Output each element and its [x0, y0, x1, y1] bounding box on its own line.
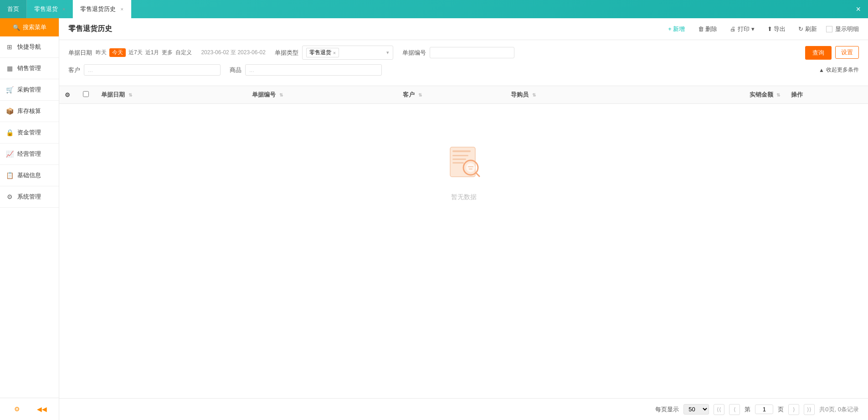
window-close-button[interactable]: ×: [856, 5, 861, 14]
doc-no-input[interactable]: [430, 47, 514, 58]
sidebar-settings-button[interactable]: ⚙: [10, 403, 23, 415]
system-mgmt-icon: ⚙: [5, 193, 14, 201]
sidebar-item-finance-label: 资金管理: [17, 128, 41, 137]
svg-rect-1: [452, 150, 471, 152]
content-area: 零售退货历史 + 新增 🗑 删除 🖨 打印 ▾ ⬆ 导出 ↻ 刷新: [59, 18, 868, 420]
display-detail-checkbox[interactable]: [826, 26, 832, 32]
filter-customer: 客户 ...: [68, 64, 221, 76]
basic-info-icon: 📋: [5, 171, 14, 179]
sidebar-item-sales-mgmt[interactable]: ▦ 销售管理: [0, 58, 59, 79]
date-shortcut-more[interactable]: 更多: [162, 49, 173, 56]
page-number-input[interactable]: [755, 405, 773, 414]
date-shortcut-1month[interactable]: 近1月: [145, 49, 159, 56]
export-button[interactable]: ⬆ 导出: [764, 23, 790, 35]
filter-row-1: 单据日期 昨天 今天 近7天 近1月 更多 自定义 2023-06-02 至 2…: [68, 46, 859, 60]
th-guide-label: 导购员: [511, 91, 529, 98]
delete-button[interactable]: 🗑 删除: [694, 23, 721, 35]
sidebar-item-basic-info[interactable]: 📋 基础信息: [0, 165, 59, 186]
finance-icon: 🔒: [5, 128, 14, 137]
delete-button-label: 🗑 删除: [698, 25, 718, 33]
tab-home[interactable]: 首页: [0, 0, 27, 18]
doc-no-label: 单据编号: [402, 49, 426, 57]
new-button[interactable]: + 新增: [664, 23, 688, 35]
th-customer-sort-icon[interactable]: ⇅: [418, 92, 422, 97]
th-doc-date: 单据日期 ⇅: [96, 86, 247, 104]
collapse-button[interactable]: ▲ 收起更多条件: [819, 66, 859, 74]
tab-retail-return-label: 零售退货: [34, 5, 58, 13]
tab-bar: 首页 零售退货 × 零售退货历史 ×: [0, 0, 848, 18]
th-actual-amount-sort-icon[interactable]: ⇅: [776, 92, 780, 97]
tab-retail-return[interactable]: 零售退货 ×: [27, 0, 73, 18]
doc-type-tag-close[interactable]: ×: [333, 50, 336, 56]
empty-state-text: 暂无数据: [451, 193, 477, 201]
sidebar-item-purchase-mgmt[interactable]: 🛒 采购管理: [0, 79, 59, 101]
sidebar-item-operations-label: 经营管理: [17, 150, 41, 158]
sidebar-item-system-mgmt[interactable]: ⚙ 系统管理: [0, 186, 59, 208]
sidebar-item-finance[interactable]: 🔒 资金管理: [0, 122, 59, 143]
svg-rect-4: [452, 162, 464, 164]
page-size-select[interactable]: 10 20 50 100: [683, 404, 709, 415]
th-guide: 导购员 ⇅: [505, 86, 635, 104]
empty-state: 暂无数据: [59, 104, 868, 238]
th-guide-sort-icon[interactable]: ⇅: [532, 92, 536, 97]
th-doc-date-sort-icon[interactable]: ⇅: [128, 92, 132, 97]
sidebar-item-quick-nav-label: 快捷导航: [17, 43, 41, 51]
inventory-icon: 📦: [5, 107, 14, 115]
sales-mgmt-icon: ▦: [5, 64, 14, 72]
sidebar-volume-button[interactable]: ◀◀: [36, 403, 48, 415]
page-title: 零售退货历史: [68, 24, 112, 34]
toolbar: + 新增 🗑 删除 🖨 打印 ▾ ⬆ 导出 ↻ 刷新 显示明细: [664, 23, 859, 35]
sidebar-item-inventory[interactable]: 📦 库存核算: [0, 101, 59, 122]
th-settings: ⚙: [59, 86, 77, 104]
doc-type-tag-value: 零售退货: [309, 49, 331, 56]
print-button[interactable]: 🖨 打印 ▾: [726, 23, 758, 35]
th-doc-date-label: 单据日期: [101, 91, 125, 98]
prev-page-button[interactable]: ⟨: [729, 404, 740, 415]
filter-date: 单据日期 昨天 今天 近7天 近1月 更多 自定义: [68, 48, 192, 57]
operations-icon: 📈: [5, 150, 14, 158]
refresh-button[interactable]: ↻ 刷新: [795, 23, 821, 35]
tab-home-label: 首页: [7, 5, 19, 13]
doc-type-tag: 零售退货 ×: [306, 48, 339, 57]
tab-retail-return-history-label: 零售退货历史: [80, 5, 116, 13]
pagination: 每页显示 10 20 50 100 ⟨⟨ ⟨ 第 页 ⟩ ⟩⟩ 共0页, 0条记…: [59, 398, 868, 420]
sidebar-item-quick-nav[interactable]: ⊞ 快捷导航: [0, 36, 59, 58]
sidebar-item-operations[interactable]: 📈 经营管理: [0, 143, 59, 165]
doc-type-dropdown-icon: ▾: [386, 50, 389, 56]
th-doc-no: 单据编号 ⇅: [247, 86, 397, 104]
svg-line-7: [476, 173, 479, 176]
set-button[interactable]: 设置: [835, 46, 859, 59]
table-settings-icon[interactable]: ⚙: [65, 92, 70, 98]
customer-placeholder: ...: [88, 67, 93, 73]
select-all-checkbox[interactable]: [83, 91, 89, 97]
date-shortcut-custom[interactable]: 自定义: [175, 49, 192, 56]
last-page-button[interactable]: ⟩⟩: [804, 404, 815, 415]
total-info: 共0页, 0条记录: [819, 405, 859, 414]
svg-point-6: [466, 163, 475, 172]
tab-retail-return-history[interactable]: 零售退货历史 ×: [73, 0, 131, 18]
tab-retail-return-history-close[interactable]: ×: [120, 6, 123, 12]
print-dropdown-icon: ▾: [751, 26, 755, 32]
main-layout: 🔍 搜索菜单 ⊞ 快捷导航 ▦ 销售管理 🛒 采购管理 📦 库存核算 🔒: [0, 18, 868, 420]
tab-retail-return-close[interactable]: ×: [62, 6, 65, 12]
filter-area: 单据日期 昨天 今天 近7天 近1月 更多 自定义 2023-06-02 至 2…: [59, 40, 868, 86]
th-doc-no-sort-icon[interactable]: ⇅: [279, 92, 283, 97]
query-button[interactable]: 查询: [805, 46, 832, 60]
empty-state-icon: [441, 140, 487, 186]
sidebar-search[interactable]: 🔍 搜索菜单: [0, 18, 59, 36]
new-button-label: + 新增: [668, 25, 685, 33]
first-page-button[interactable]: ⟨⟨: [714, 404, 724, 415]
svg-rect-3: [452, 159, 466, 160]
sidebar-item-basic-info-label: 基础信息: [17, 171, 41, 179]
sidebar-menu: ⊞ 快捷导航 ▦ 销售管理 🛒 采购管理 📦 库存核算 🔒 资金管理 📈 经: [0, 36, 59, 398]
sidebar-item-system-mgmt-label: 系统管理: [17, 193, 41, 201]
goods-input[interactable]: ...: [245, 64, 382, 76]
date-shortcut-7days[interactable]: 近7天: [128, 49, 143, 56]
date-shortcut-today[interactable]: 今天: [109, 48, 126, 57]
customer-input[interactable]: ...: [84, 64, 221, 76]
th-actual-amount-label: 实销金额: [750, 91, 773, 98]
doc-type-select[interactable]: 零售退货 × ▾: [302, 46, 393, 60]
filter-doc-type: 单据类型 零售退货 × ▾: [275, 46, 393, 60]
next-page-button[interactable]: ⟩: [788, 404, 799, 415]
date-shortcut-yesterday[interactable]: 昨天: [96, 49, 107, 56]
